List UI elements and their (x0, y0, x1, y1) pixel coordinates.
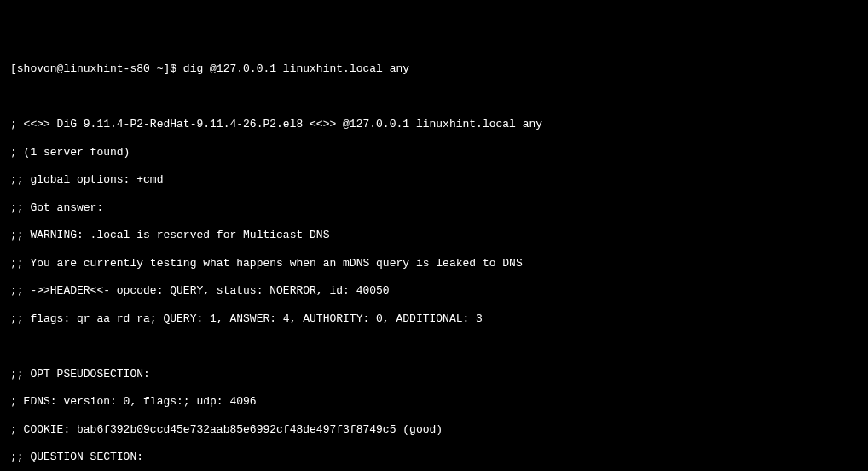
edns-line: ; EDNS: version: 0, flags:; udp: 4096 (10, 395, 858, 409)
flags-line: ;; flags: qr aa rd ra; QUERY: 1, ANSWER:… (10, 312, 858, 326)
opt-pseudosection-header: ;; OPT PSEUDOSECTION: (10, 368, 858, 381)
prompt: [shovon@linuxhint-s80 ~]$ (10, 62, 183, 75)
dig-banner: ; <<>> DiG 9.11.4-P2-RedHat-9.11.4-26.P2… (10, 118, 858, 131)
command-line-1: [shovon@linuxhint-s80 ~]$ dig @127.0.0.1… (10, 62, 858, 76)
header-line: ;; ->>HEADER<<- opcode: QUERY, status: N… (10, 284, 858, 298)
got-answer: ;; Got answer: (10, 201, 858, 215)
terminal[interactable]: [shovon@linuxhint-s80 ~]$ dig @127.0.0.1… (10, 62, 858, 471)
warning-mdns-1: ;; WARNING: .local is reserved for Multi… (10, 229, 858, 242)
question-section-header: ;; QUESTION SECTION: (10, 451, 858, 464)
servers-found: ; (1 server found) (10, 146, 858, 160)
cookie-line: ; COOKIE: bab6f392b09ccd45e732aab85e6992… (10, 423, 858, 437)
warning-mdns-2: ;; You are currently testing what happen… (10, 257, 858, 270)
command-text: dig @127.0.0.1 linuxhint.local any (183, 62, 409, 75)
global-options: ;; global options: +cmd (10, 173, 858, 187)
blank-line (10, 90, 858, 104)
blank-line (10, 340, 858, 353)
